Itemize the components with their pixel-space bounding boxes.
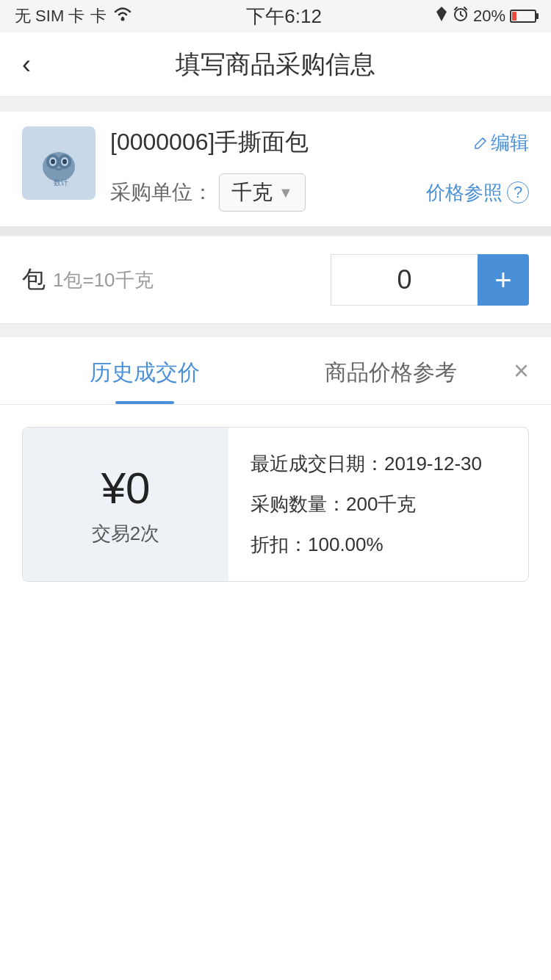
quantity-controls: + (331, 254, 529, 306)
alarm-icon (453, 6, 469, 26)
status-bar-left: 无 SIM 卡 卡 (15, 5, 133, 27)
divider (0, 226, 551, 235)
back-button[interactable]: ‹ (22, 49, 66, 80)
discount-label: 折扣： (251, 533, 308, 555)
wifi-icon (112, 6, 133, 26)
quantity-label: 采购数量： (251, 493, 346, 515)
tabs-header: 历史成交价 商品价格参考 × (0, 337, 551, 405)
price-ref-label: 价格参照 (426, 180, 503, 206)
dropdown-arrow: ▼ (278, 184, 293, 201)
product-name-row: [0000006]手撕面包 编辑 (110, 126, 529, 159)
bottom-space (0, 604, 551, 980)
recent-date-value: 2019-12-30 (384, 453, 482, 475)
recent-date-row: 最近成交日期：2019-12-30 (251, 450, 506, 478)
svg-text:数计: 数计 (54, 179, 68, 187)
tab-history-price[interactable]: 历史成交价 (22, 337, 267, 404)
page-title: 填写商品采购信息 (176, 48, 375, 82)
svg-point-8 (62, 159, 67, 165)
quantity-section: 包 1包=10千克 + (0, 237, 551, 324)
unit-row: 采购单位： 千克 ▼ 价格参照 ? (110, 173, 529, 212)
currency-symbol: ¥ (101, 464, 126, 513)
svg-point-0 (121, 18, 125, 21)
battery-percent: 20% (473, 7, 505, 26)
status-bar-time: 下午6:12 (246, 4, 322, 29)
price-display: ¥0 (101, 463, 151, 514)
sim-card-icon: 卡 (90, 5, 107, 27)
product-section: 数计 [0000006]手撕面包 编辑 采购单位： 千 (0, 112, 551, 226)
price-card-left: ¥0 交易2次 (23, 428, 228, 581)
discount-row: 折扣：100.00% (251, 530, 506, 559)
quantity-plus-button[interactable]: + (478, 254, 529, 306)
tabs-section: 历史成交价 商品价格参考 × ¥0 交易2次 最近成交日期：2019-12-30… (0, 337, 551, 604)
quantity-unit-label: 包 (22, 264, 46, 296)
trade-count: 交易2次 (92, 521, 159, 547)
nav-bar: ‹ 填写商品采购信息 (0, 32, 551, 97)
help-icon: ? (507, 181, 529, 203)
recent-date-label: 最近成交日期： (251, 453, 384, 475)
price-amount: 0 (126, 464, 150, 513)
tab-close-button[interactable]: × (514, 341, 529, 401)
carrier-label: 无 SIM 卡 (15, 5, 84, 27)
edit-button[interactable]: 编辑 (473, 130, 529, 156)
battery-icon (510, 10, 536, 23)
location-icon (435, 6, 448, 26)
product-logo: 数计 (33, 137, 84, 189)
quantity-value: 200千克 (346, 493, 416, 515)
status-bar-right: 20% (435, 6, 536, 26)
status-bar: 无 SIM 卡 卡 下午6:12 20% (0, 0, 551, 32)
quantity-input[interactable] (331, 254, 478, 306)
price-card-container: ¥0 交易2次 最近成交日期：2019-12-30 采购数量：200千克 折扣：… (0, 405, 551, 604)
price-card-right: 最近成交日期：2019-12-30 采购数量：200千克 折扣：100.00% (228, 428, 528, 581)
unit-value: 千克 (231, 179, 273, 206)
edit-label: 编辑 (491, 130, 529, 156)
svg-point-2 (43, 152, 75, 181)
unit-label: 采购单位： (110, 179, 213, 206)
unit-select[interactable]: 千克 ▼ (219, 173, 306, 212)
price-card: ¥0 交易2次 最近成交日期：2019-12-30 采购数量：200千克 折扣：… (22, 427, 529, 582)
tab-price-ref-label: 商品价格参考 (325, 360, 457, 384)
quantity-row: 采购数量：200千克 (251, 490, 506, 519)
product-name: [0000006]手撕面包 (110, 126, 309, 159)
discount-value: 100.00% (308, 533, 383, 555)
quantity-unit-desc: 1包=10千克 (53, 267, 154, 293)
price-ref-button[interactable]: 价格参照 ? (426, 180, 529, 206)
product-info: [0000006]手撕面包 编辑 采购单位： 千克 ▼ (110, 126, 529, 212)
product-header: 数计 [0000006]手撕面包 编辑 采购单位： 千 (22, 126, 529, 212)
svg-point-7 (51, 159, 55, 165)
tab-price-ref[interactable]: 商品价格参考 (267, 337, 513, 404)
product-thumbnail: 数计 (22, 126, 96, 200)
tab-history-label: 历史成交价 (90, 360, 200, 384)
